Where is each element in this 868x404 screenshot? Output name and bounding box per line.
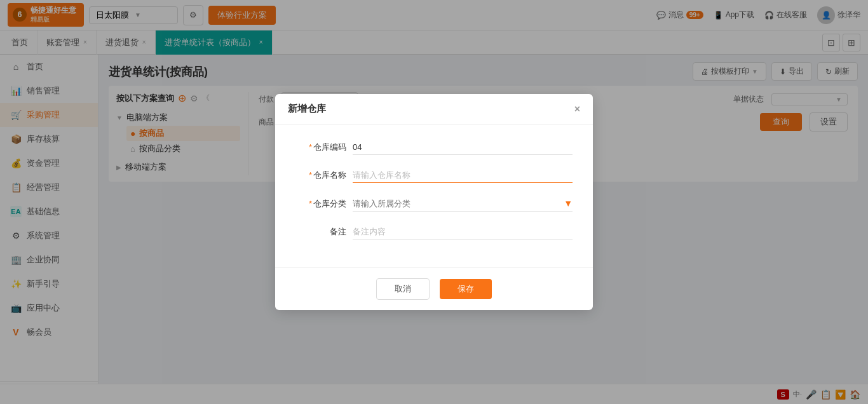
form-row-remark: 备注 — [295, 224, 573, 239]
category-input[interactable] — [353, 199, 564, 208]
name-label: 仓库名称 — [295, 170, 346, 181]
save-button[interactable]: 保存 — [440, 279, 492, 299]
modal-header: 新增仓库 × — [275, 94, 593, 125]
form-row-code: 仓库编码 — [295, 140, 573, 155]
modal-body: 仓库编码 仓库名称 仓库分类 ▼ 备注 — [275, 125, 593, 267]
code-label: 仓库编码 — [295, 142, 346, 153]
remark-label: 备注 — [295, 226, 346, 238]
modal-title: 新增仓库 — [288, 103, 326, 115]
form-row-category: 仓库分类 ▼ — [295, 196, 573, 212]
code-input[interactable] — [353, 140, 573, 155]
form-row-name: 仓库名称 — [295, 168, 573, 183]
category-select[interactable]: ▼ — [353, 196, 573, 212]
modal-overlay[interactable]: 新增仓库 × 仓库编码 仓库名称 仓库分类 ▼ — [0, 0, 868, 404]
modal-close-button[interactable]: × — [574, 104, 580, 115]
cancel-button[interactable]: 取消 — [376, 278, 430, 300]
category-label: 仓库分类 — [295, 198, 346, 210]
modal-footer: 取消 保存 — [275, 267, 593, 310]
new-warehouse-modal: 新增仓库 × 仓库编码 仓库名称 仓库分类 ▼ — [275, 94, 593, 310]
category-dropdown-arrow[interactable]: ▼ — [564, 198, 573, 208]
name-input[interactable] — [353, 168, 573, 183]
remark-input[interactable] — [353, 224, 573, 239]
